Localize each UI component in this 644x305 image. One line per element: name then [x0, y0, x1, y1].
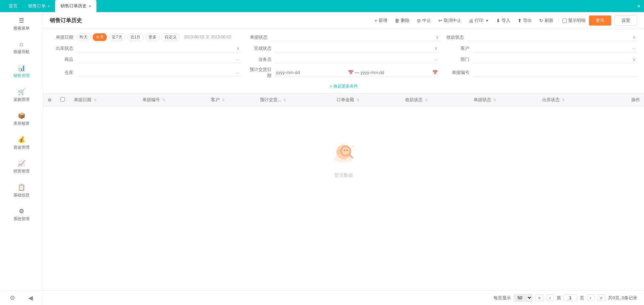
page-title: 销售订单历史 — [50, 17, 82, 24]
cancel-stop-icon: ↩ — [438, 18, 442, 23]
delivery-date-end-calendar-icon[interactable]: 📅 — [432, 70, 438, 75]
collapse-sidebar-icon[interactable]: ◀ — [28, 294, 33, 302]
sidebar-item-finance[interactable]: 💰 资金管理 — [0, 131, 43, 155]
th-doc-status[interactable]: 单据状态 ⇅ — [470, 93, 538, 107]
label-doc-number: 单据编号 — [446, 70, 473, 76]
customer-field[interactable]: ··· — [473, 44, 637, 52]
sidebar-item-basic-info[interactable]: 📋 基础信息 — [0, 179, 43, 203]
outstock-status-select[interactable]: ∨ — [77, 45, 241, 52]
th-delivery[interactable]: 预计交货... ⇅ — [256, 93, 333, 107]
select-all-checkbox[interactable] — [60, 97, 65, 102]
sidebar-item-system-label: 系统管理 — [13, 216, 30, 222]
warehouse-field[interactable]: ··· — [77, 69, 241, 77]
svg-point-4 — [344, 150, 345, 151]
sidebar-item-operations[interactable]: 📈 经营管理 — [0, 155, 43, 179]
tab-sales-order-close[interactable]: × — [48, 4, 50, 8]
doc-number-field[interactable] — [473, 69, 637, 76]
new-button[interactable]: + 新增 — [373, 16, 389, 25]
print-arrow-icon: ▼ — [485, 19, 489, 23]
th-action: 操作 — [607, 93, 644, 107]
search-menu-icon: ☰ — [19, 17, 24, 24]
doc-number-input[interactable] — [474, 70, 636, 75]
delivery-date-start[interactable] — [276, 70, 347, 75]
complete-status-select[interactable]: ∨ — [275, 45, 439, 52]
print-button[interactable]: 🖨 打印 ▼ — [467, 16, 491, 25]
date-yesterday[interactable]: 昨天 — [77, 33, 91, 41]
label-salesperson: 业务员 — [248, 56, 275, 63]
product-ellipsis-icon[interactable]: ··· — [236, 56, 240, 62]
sidebar-item-search[interactable]: ☰ 搜索菜单 — [0, 12, 43, 36]
customer-ellipsis-icon[interactable]: ··· — [632, 45, 636, 51]
delivery-date-end[interactable] — [360, 70, 431, 75]
sidebar-item-system[interactable]: ⚙ 系统管理 — [0, 203, 43, 227]
delete-button[interactable]: 🗑 删除 — [393, 16, 412, 25]
stop-button[interactable]: ⊘ 中止 — [415, 16, 433, 25]
delete-icon: 🗑 — [395, 18, 399, 23]
sidebar-bottom: ⚙ ◀ — [0, 291, 43, 305]
svg-point-7 — [352, 145, 354, 147]
import-label: 导入 — [502, 17, 510, 24]
settings-bottom-icon[interactable]: ⚙ — [10, 294, 15, 302]
salesperson-field[interactable]: ··· — [275, 55, 439, 63]
filter-area: 单据日期 昨天 今天 近7天 近1月 更多 自定义 2023-06-02 至 2… — [43, 29, 644, 93]
page-input[interactable] — [564, 294, 577, 301]
content-area: 销售订单历史 + 新增 🗑 删除 ⊘ 中止 ↩ 取消中止 — [43, 12, 644, 305]
refresh-button[interactable]: ↻ 刷新 — [537, 16, 555, 25]
th-number[interactable]: 单据编号 ⇅ — [138, 93, 207, 107]
sidebar-item-sales[interactable]: 📊 销售管理 — [0, 60, 43, 83]
system-icon: ⚙ — [19, 207, 24, 215]
tab-sales-order[interactable]: 销售订单 × — [23, 0, 55, 12]
basic-info-icon: 📋 — [18, 184, 25, 191]
stop-label: 中止 — [422, 17, 431, 24]
payment-status-select[interactable]: ∨ — [467, 34, 637, 41]
th-amount[interactable]: 订单金额 ⇅ — [333, 93, 401, 107]
tab-sales-order-label: 销售订单 — [28, 3, 46, 9]
new-label: 新增 — [379, 17, 387, 24]
sidebar-item-purchase[interactable]: 🛒 采购管理 — [0, 83, 43, 107]
th-payment-status[interactable]: 收款状态 ⇅ — [401, 93, 470, 107]
date-more[interactable]: 更多 — [145, 33, 160, 41]
tab-sales-order-history-close[interactable]: × — [89, 4, 91, 8]
query-button[interactable]: 查询 — [589, 15, 611, 26]
import-button[interactable]: ⬇ 导入 — [494, 16, 512, 25]
date-today[interactable]: 今天 — [93, 33, 107, 41]
salesperson-ellipsis-icon[interactable]: ··· — [434, 56, 438, 62]
doc-status-select[interactable]: ∨ — [271, 34, 441, 41]
sidebar-item-inventory-label: 库存核算 — [13, 121, 30, 126]
th-checkbox[interactable] — [56, 93, 70, 107]
new-icon: + — [375, 18, 377, 23]
next-page-button[interactable]: › — [587, 294, 594, 301]
department-select[interactable]: ∨ — [473, 56, 637, 63]
page-size-select[interactable]: 50 100 200 — [514, 294, 532, 302]
warehouse-ellipsis-icon[interactable]: ··· — [236, 70, 240, 75]
export-button[interactable]: ⬆ 导出 — [516, 16, 534, 25]
th-doc-status-label: 单据状态 — [474, 97, 491, 102]
tab-sales-order-history[interactable]: 销售订单历史 × — [55, 0, 96, 12]
cancel-stop-button[interactable]: ↩ 取消中止 — [436, 16, 463, 25]
date-7days[interactable]: 近7天 — [109, 33, 125, 41]
th-outstock-status[interactable]: 出库状态 ⇅ — [538, 93, 607, 107]
th-delivery-label: 预计交货... — [260, 97, 281, 102]
settings-col-icon[interactable]: ⚙ — [48, 98, 52, 103]
sidebar-item-inventory[interactable]: 📦 库存核算 — [0, 107, 43, 131]
prev-page-button[interactable]: ‹ — [546, 294, 554, 301]
th-settings[interactable]: ⚙ — [43, 93, 56, 107]
payment-status-arrow-icon: ∨ — [633, 35, 636, 40]
date-1month[interactable]: 近1月 — [127, 33, 144, 41]
sidebar-item-quicknav[interactable]: ⌂ 快捷导航 — [0, 36, 43, 60]
first-page-button[interactable]: « — [535, 294, 544, 301]
display-detail-checkbox[interactable] — [562, 18, 567, 23]
display-detail-checkbox-label[interactable]: 显示明细 — [562, 17, 586, 24]
tab-home[interactable]: 首页 — [3, 0, 23, 12]
delivery-date-range: 📅 — 📅 — [275, 69, 439, 76]
last-page-button[interactable]: » — [597, 294, 605, 301]
top-bar: 首页 销售订单 × 销售订单历史 × ✕ — [0, 0, 644, 12]
delivery-date-start-calendar-icon[interactable]: 📅 — [348, 70, 353, 75]
date-custom[interactable]: 自定义 — [162, 33, 180, 41]
th-date[interactable]: 单据日期 ⇅ — [70, 93, 138, 107]
th-customer[interactable]: 客户 ⇅ — [207, 93, 256, 107]
collapse-filter[interactable]: ∧ 收起更多条件 — [50, 82, 637, 89]
settings-button[interactable]: 设置 — [614, 15, 637, 26]
product-field[interactable]: ··· — [77, 55, 241, 63]
top-bar-close[interactable]: ✕ — [637, 4, 641, 9]
